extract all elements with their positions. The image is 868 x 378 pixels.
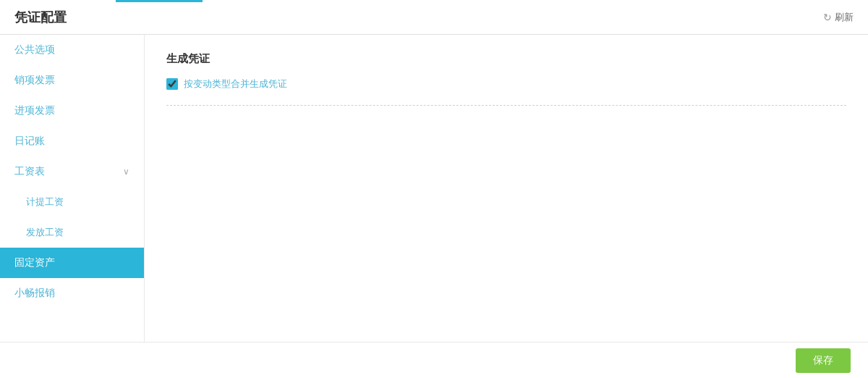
checkbox-row: 按变动类型合并生成凭证: [166, 77, 846, 91]
sidebar-item-label: 固定资产: [14, 256, 55, 269]
section-title: 生成凭证: [166, 52, 846, 66]
refresh-button[interactable]: ↻ 刷新: [823, 11, 854, 24]
sidebar-item-label: 小畅报销: [14, 287, 55, 300]
sidebar-item-purchase-invoice[interactable]: 进项发票: [0, 96, 144, 126]
sidebar-item-calc-salary[interactable]: 计提工资: [0, 187, 144, 217]
sidebar-item-pay-salary[interactable]: 发放工资: [0, 217, 144, 248]
sidebar-item-public[interactable]: 公共选项: [0, 35, 144, 65]
top-progress-bar: [116, 0, 203, 2]
sidebar-item-journal[interactable]: 日记账: [0, 126, 144, 156]
sidebar-item-expense[interactable]: 小畅报销: [0, 278, 144, 308]
footer: 保存: [0, 342, 868, 378]
content-area: 生成凭证 按变动类型合并生成凭证: [145, 35, 868, 342]
sidebar-item-label: 日记账: [14, 135, 45, 148]
section-divider: [166, 105, 846, 106]
chevron-down-icon: ∨: [123, 167, 129, 177]
sidebar-item-label: 工资表: [14, 165, 45, 178]
header: 凭证配置 ↻ 刷新: [0, 0, 868, 35]
sidebar-item-label: 销项发票: [14, 74, 55, 87]
sidebar-item-payroll[interactable]: 工资表 ∨: [0, 156, 144, 187]
sidebar-item-label: 发放工资: [26, 226, 64, 239]
main-content: 公共选项 销项发票 进项发票 日记账 工资表 ∨ 计提工资 发放工资 固定资: [0, 35, 868, 342]
sidebar-item-label: 计提工资: [26, 196, 64, 209]
sidebar-item-sales-invoice[interactable]: 销项发票: [0, 65, 144, 96]
sidebar-item-label: 公共选项: [14, 43, 55, 56]
refresh-label: 刷新: [835, 11, 854, 24]
save-button[interactable]: 保存: [796, 348, 851, 373]
sidebar-item-label: 进项发票: [14, 104, 55, 117]
merge-voucher-checkbox[interactable]: [166, 78, 178, 90]
page-title: 凭证配置: [14, 9, 67, 26]
refresh-icon: ↻: [823, 12, 832, 23]
sidebar-item-fixed-assets[interactable]: 固定资产: [0, 248, 144, 278]
sidebar: 公共选项 销项发票 进项发票 日记账 工资表 ∨ 计提工资 发放工资 固定资: [0, 35, 145, 342]
merge-voucher-label[interactable]: 按变动类型合并生成凭证: [184, 77, 287, 91]
page-container: 凭证配置 ↻ 刷新 公共选项 销项发票 进项发票 日记账 工资表 ∨: [0, 0, 868, 378]
